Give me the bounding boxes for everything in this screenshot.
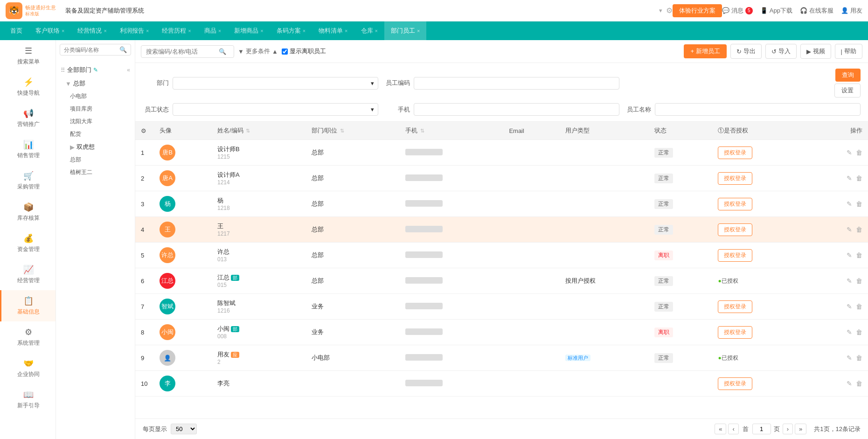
delete-icon[interactable]: 🗑 xyxy=(856,200,862,208)
sidebar-item-sales[interactable]: 📊 销售管理 xyxy=(0,134,56,165)
tab-bom[interactable]: 物料清单 × xyxy=(312,21,354,40)
dept-item-xmkf[interactable]: 项目库房 xyxy=(61,103,135,115)
col-dept[interactable]: 部门/职位 ⇅ xyxy=(306,122,400,140)
sidebar-item-finance[interactable]: 💰 资金管理 xyxy=(0,228,56,259)
more-filter-btn[interactable]: ▼ 更多条件 ▲ xyxy=(238,47,278,56)
filter-empcode-input[interactable] xyxy=(414,77,619,90)
delete-icon[interactable]: 🗑 xyxy=(856,174,862,182)
edit-icon[interactable]: ✎ xyxy=(847,149,852,156)
close-icon[interactable]: × xyxy=(260,28,263,34)
delete-icon[interactable]: 🗑 xyxy=(856,251,862,259)
close-icon[interactable]: × xyxy=(146,28,149,34)
auth-login-btn[interactable]: 授权登录 xyxy=(718,377,752,390)
dept-search-input[interactable] xyxy=(64,47,119,53)
edit-icon[interactable]: ✎ xyxy=(847,354,852,362)
auth-login-btn[interactable]: 授权登录 xyxy=(718,249,752,262)
filter-phone-input[interactable] xyxy=(414,103,619,116)
add-employee-btn[interactable]: + 新增员工 xyxy=(684,44,726,58)
tab-goods[interactable]: 商品 × xyxy=(198,21,228,40)
edit-icon[interactable]: ✎ xyxy=(847,277,852,285)
close-icon[interactable]: × xyxy=(62,28,64,34)
auth-login-btn[interactable]: 授权登录 xyxy=(718,326,752,339)
close-icon[interactable]: × xyxy=(218,28,221,34)
delete-icon[interactable]: 🗑 xyxy=(856,226,862,233)
search-box[interactable]: 🔍 xyxy=(141,45,234,58)
help-btn[interactable]: | 帮助 xyxy=(835,44,862,59)
prev-page-btn[interactable]: ‹ xyxy=(728,424,738,434)
sidebar-item-business[interactable]: 📈 经营管理 xyxy=(0,259,56,290)
edit-icon[interactable]: ✎ xyxy=(847,226,852,233)
auth-login-btn[interactable]: 授权登录 xyxy=(718,223,752,236)
view-btn[interactable]: ▶ 视频 xyxy=(800,44,831,59)
sidebar-item-purchase[interactable]: 🛒 采购管理 xyxy=(0,165,56,196)
online-service-action[interactable]: 🎧 在线客服 xyxy=(800,7,833,15)
sidebar-item-guide[interactable]: 📖 新手引导 xyxy=(0,384,56,415)
auth-login-btn[interactable]: 授权登录 xyxy=(718,198,752,210)
delete-icon[interactable]: 🗑 xyxy=(856,277,862,285)
close-icon[interactable]: × xyxy=(104,28,106,34)
auth-login-btn[interactable]: 授权登录 xyxy=(718,146,752,159)
filter-empname-input[interactable] xyxy=(655,103,861,116)
edit-icon[interactable]: ✎ xyxy=(847,380,852,387)
message-action[interactable]: 💬 消息 5 xyxy=(722,7,753,15)
settings-icon[interactable]: ⚙ xyxy=(666,6,673,15)
close-icon[interactable]: × xyxy=(188,28,191,34)
auth-login-btn[interactable]: 授权登录 xyxy=(718,172,752,185)
export-btn[interactable]: ↻ 导出 xyxy=(730,44,762,59)
filter-dept-select[interactable] xyxy=(173,77,378,90)
dept-all-item[interactable]: ⠿ 全部部门 ✎ « xyxy=(56,63,135,77)
tab-barcode[interactable]: 条码方案 × xyxy=(270,21,312,40)
show-resigned-label[interactable]: 显示离职员工 xyxy=(282,47,326,56)
dept-group-label-sx[interactable]: ▶ 双虎想 xyxy=(65,140,135,153)
try-industry-btn[interactable]: 体验行业方案 xyxy=(673,4,722,17)
sidebar-item-quicknav[interactable]: ⚡ 快捷导航 xyxy=(0,71,56,103)
sidebar-item-collab[interactable]: 🤝 企业协同 xyxy=(0,353,56,384)
tab-operation[interactable]: 经营情况 × xyxy=(71,21,113,40)
app-download-action[interactable]: 📱 App下载 xyxy=(760,7,792,15)
dept-item-zhwang[interactable]: 植树王二 xyxy=(61,166,135,179)
close-icon[interactable]: × xyxy=(345,28,347,34)
user-action[interactable]: 👤 用友 xyxy=(841,7,862,15)
delete-icon[interactable]: 🗑 xyxy=(856,380,862,387)
first-page-btn[interactable]: « xyxy=(715,424,726,434)
close-icon[interactable]: × xyxy=(417,28,420,34)
edit-icon[interactable]: ✎ xyxy=(847,174,852,182)
tab-add-goods[interactable]: 新增商品 × xyxy=(228,21,270,40)
col-phone[interactable]: 手机 ⇅ xyxy=(400,122,503,140)
show-resigned-checkbox[interactable] xyxy=(282,49,288,55)
auth-login-btn[interactable]: 授权登录 xyxy=(718,300,752,313)
next-page-btn[interactable]: › xyxy=(783,424,793,434)
tab-home[interactable]: 首页 xyxy=(4,21,29,40)
edit-icon[interactable]: ✎ xyxy=(847,200,852,208)
dept-item-zongbu[interactable]: 总部 xyxy=(61,153,135,166)
query-btn[interactable]: 查询 xyxy=(835,69,861,82)
edit-icon[interactable]: ✎ xyxy=(847,303,852,310)
dropdown-icon[interactable]: ▾ xyxy=(659,7,662,14)
dept-group-label-total[interactable]: ▼ 总部 xyxy=(61,77,135,90)
dept-item-ph[interactable]: 配货 xyxy=(61,128,135,140)
dept-item-sydk[interactable]: 沈阳大库 xyxy=(61,115,135,128)
close-icon[interactable]: × xyxy=(303,28,306,34)
dept-search-box[interactable]: 🔍 xyxy=(60,44,131,56)
sidebar-item-inventory[interactable]: 📦 库存核算 xyxy=(0,196,56,228)
sidebar-item-system[interactable]: ⚙ 系统管理 xyxy=(0,321,56,353)
collapse-dept-icon[interactable]: « xyxy=(127,67,130,73)
delete-icon[interactable]: 🗑 xyxy=(856,149,862,156)
sidebar-item-search[interactable]: ☰ 搜索菜单 xyxy=(0,40,56,71)
set-btn[interactable]: 设置 xyxy=(834,84,861,98)
page-input[interactable] xyxy=(752,424,771,434)
tab-customer[interactable]: 客户联络 × xyxy=(29,21,71,40)
tab-dept-staff[interactable]: 部门员工 × xyxy=(384,21,426,40)
col-settings[interactable]: ⚙ xyxy=(135,122,154,140)
delete-icon[interactable]: 🗑 xyxy=(856,303,862,310)
sidebar-item-marketing[interactable]: 📢 营销推广 xyxy=(0,103,56,134)
tab-warehouse[interactable]: 仓库 × xyxy=(354,21,384,40)
tab-history[interactable]: 经营历程 × xyxy=(155,21,197,40)
search-input-field[interactable] xyxy=(146,48,216,55)
import-btn[interactable]: ↺ 导入 xyxy=(765,44,797,59)
edit-dept-icon[interactable]: ✎ xyxy=(93,67,98,73)
delete-icon[interactable]: 🗑 xyxy=(856,328,862,336)
col-name[interactable]: 姓名/编码 ⇅ xyxy=(212,122,306,140)
edit-icon[interactable]: ✎ xyxy=(847,251,852,259)
page-size-select[interactable]: 50 100 xyxy=(171,424,197,434)
